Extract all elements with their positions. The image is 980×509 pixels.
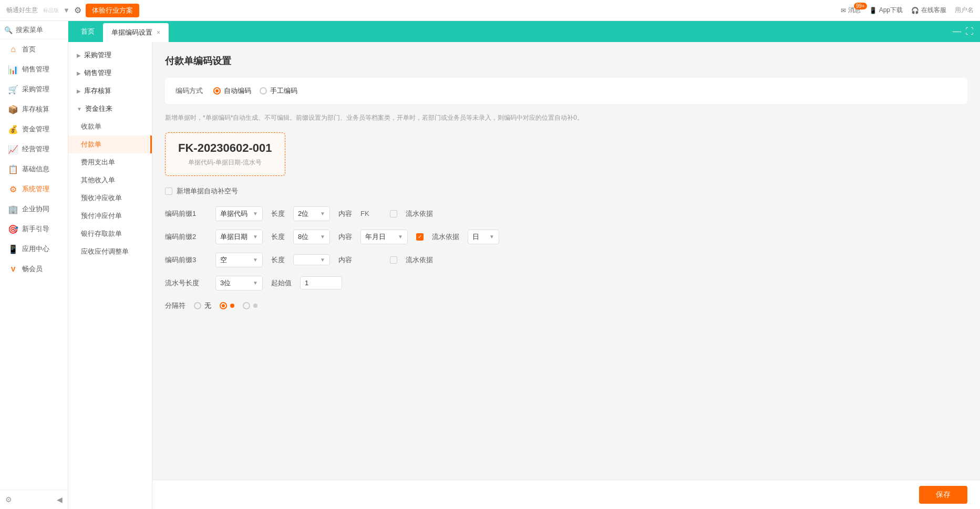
content1-val: FK — [360, 210, 381, 217]
sub-item-other-income[interactable]: 其他收入单 — [68, 171, 152, 189]
sidebar-item-finance[interactable]: 💰 资金管理 — [0, 119, 68, 139]
sep-dot1-symbol — [230, 304, 234, 308]
code-example-sub: 单据代码-单据日期-流水号 — [178, 158, 272, 167]
industry-btn[interactable]: 体验行业方案 — [86, 4, 139, 17]
sep-none-radio[interactable]: 无 — [194, 301, 211, 310]
app-download-btn[interactable]: 📱 App下载 — [869, 6, 903, 15]
encoding-row: 编码方式 自动编码 手工编码 — [176, 86, 957, 96]
auto-encoding-radio[interactable]: 自动编码 — [213, 86, 251, 96]
length2-select[interactable]: 8位 ▼ — [293, 230, 330, 244]
serial-select[interactable]: 3位 ▼ — [215, 276, 263, 290]
sidebar-collapse-icon[interactable]: ◀ — [57, 495, 63, 504]
tab-expand-icon[interactable]: ⛶ — [965, 27, 974, 36]
stream2-checkbox[interactable]: ✓ — [416, 233, 424, 241]
day-caret: ▼ — [489, 234, 494, 240]
auto-encoding-label: 自动编码 — [224, 86, 251, 96]
sidebar-purchase-label: 采购管理 — [22, 85, 49, 94]
auto-fill-checkbox[interactable] — [165, 188, 172, 195]
operation-icon: 📈 — [8, 144, 18, 154]
sub-item-adjust[interactable]: 应收应付调整单 — [68, 243, 152, 261]
sidebar-basic-label: 基础信息 — [22, 164, 49, 174]
encoding-method-section: 编码方式 自动编码 手工编码 — [165, 78, 967, 104]
sidebar-bottom: ⚙ ◀ — [0, 490, 68, 509]
sidebar-item-sales[interactable]: 📊 销售管理 — [0, 59, 68, 79]
length1-val: 2位 — [298, 209, 308, 219]
day-select[interactable]: 日 ▼ — [468, 230, 499, 244]
sidebar-item-system[interactable]: ⚙ 系统管理 — [0, 179, 68, 199]
prefix2-label: 编码前缀2 — [165, 232, 207, 242]
start-val-input[interactable]: 1 — [300, 276, 342, 289]
search-menu-btn[interactable]: 🔍 搜索菜单 — [0, 21, 68, 39]
tab-minimize-icon[interactable]: — — [953, 27, 961, 36]
sidebar-item-inventory[interactable]: 📦 库存核算 — [0, 99, 68, 119]
start-label: 起始值 — [271, 278, 292, 288]
content2-caret: ▼ — [398, 234, 403, 240]
sub-group-finance: ▼ 资金往来 收款单 付款单 费用支出单 其他收入单 预收冲应收单 预付冲应付单… — [68, 100, 152, 261]
tab-close-icon[interactable]: × — [157, 29, 160, 36]
sidebar-item-newguide[interactable]: 🎯 新手引导 — [0, 219, 68, 239]
sub-item-receipt[interactable]: 收款单 — [68, 118, 152, 136]
tab-active[interactable]: 单据编码设置 × — [103, 23, 169, 42]
inventory-icon: 📦 — [8, 105, 18, 114]
stream1-checkbox[interactable] — [390, 210, 397, 217]
online-service-btn[interactable]: 🎧 在线客服 — [911, 6, 946, 15]
sep-none-radio-dot — [194, 302, 201, 309]
sidebar-item-purchase[interactable]: 🛒 采购管理 — [0, 79, 68, 99]
manual-encoding-radio[interactable]: 手工编码 — [260, 86, 297, 96]
prefix3-select[interactable]: 空 ▼ — [215, 253, 263, 267]
sub-item-expense[interactable]: 费用支出单 — [68, 153, 152, 171]
user-avatar[interactable]: 用户名 — [955, 6, 974, 15]
stream3-checkbox[interactable] — [390, 256, 397, 264]
prefix1-select[interactable]: 单据代码 ▼ — [215, 206, 263, 221]
sidebar-item-operation[interactable]: 📈 经营管理 — [0, 139, 68, 159]
message-badge: 99+ — [854, 3, 867, 9]
length1-label: 长度 — [271, 209, 285, 219]
settings-icon[interactable]: ⚙ — [74, 5, 81, 15]
sidebar-item-home[interactable]: ⌂ 首页 — [0, 39, 68, 59]
edition-badge: 标品版 — [43, 7, 59, 14]
auto-encoding-radio-dot — [213, 87, 221, 95]
content2-select[interactable]: 年月日 ▼ — [360, 230, 408, 244]
config-row-3: 编码前缀3 空 ▼ 长度 ▼ 内容 流水依据 — [165, 253, 967, 267]
auto-fill-row: 新增单据自动补空号 — [165, 186, 967, 196]
serial-val: 3位 — [220, 278, 231, 288]
sub-item-advance-receivable[interactable]: 预收冲应收单 — [68, 189, 152, 207]
config-row-1: 编码前缀1 单据代码 ▼ 长度 2位 ▼ 内容 FK 流水依据 — [165, 206, 967, 221]
dropdown-arrow-icon[interactable]: ▼ — [63, 6, 70, 14]
prefix2-select[interactable]: 单据日期 ▼ — [215, 230, 263, 244]
tab-bar: 首页 单据编码设置 × — ⛶ — [68, 21, 980, 42]
length2-label: 长度 — [271, 232, 285, 242]
sidebar-system-label: 系统管理 — [22, 184, 49, 194]
stream3-label: 流水依据 — [406, 255, 433, 265]
length1-select[interactable]: 2位 ▼ — [293, 206, 330, 221]
length3-select[interactable]: ▼ — [293, 254, 330, 265]
sub-item-bank[interactable]: 银行存取款单 — [68, 225, 152, 243]
sidebar-item-enterprise[interactable]: 🏢 企业协同 — [0, 199, 68, 219]
sub-item-payment[interactable]: 付款单 — [68, 136, 152, 153]
sep-dot1-radio[interactable] — [220, 302, 234, 309]
sub-group-finance-label: 资金往来 — [85, 104, 112, 113]
sidebar-item-appcenter[interactable]: 📱 应用中心 — [0, 239, 68, 259]
save-button[interactable]: 保存 — [919, 486, 967, 504]
home-icon: ⌂ — [8, 45, 18, 54]
prefix1-val: 单据代码 — [220, 209, 247, 219]
sub-group-purchase-title[interactable]: ▶ 采购管理 — [68, 46, 152, 64]
day-val: 日 — [472, 232, 479, 242]
sub-group-finance-title[interactable]: ▼ 资金往来 — [68, 100, 152, 118]
sub-item-advance-payable[interactable]: 预付冲应付单 — [68, 207, 152, 225]
content-area: 首页 单据编码设置 × — ⛶ ▶ 采购管理 — [68, 21, 980, 509]
sidebar-inventory-label: 库存核算 — [22, 105, 49, 114]
manual-encoding-label: 手工编码 — [270, 86, 297, 96]
auto-fill-label: 新增单据自动补空号 — [177, 186, 238, 196]
sidebar-settings-icon[interactable]: ⚙ — [5, 495, 12, 504]
sep-dot1-radio-dot — [220, 302, 227, 309]
message-btn[interactable]: ✉ 消息 99+ — [841, 6, 861, 15]
sidebar-item-member[interactable]: V 畅会员 — [0, 259, 68, 279]
sub-group-inventory-title[interactable]: ▶ 库存核算 — [68, 82, 152, 100]
sidebar-item-basic[interactable]: 📋 基础信息 — [0, 159, 68, 179]
tab-home[interactable]: 首页 — [73, 21, 103, 42]
sub-group-sales-title[interactable]: ▶ 销售管理 — [68, 64, 152, 82]
basic-icon: 📋 — [8, 164, 18, 174]
sep-dot2-radio[interactable] — [243, 302, 257, 309]
inner-layout: ▶ 采购管理 ▶ 销售管理 ▶ 库存核算 — [68, 42, 980, 509]
